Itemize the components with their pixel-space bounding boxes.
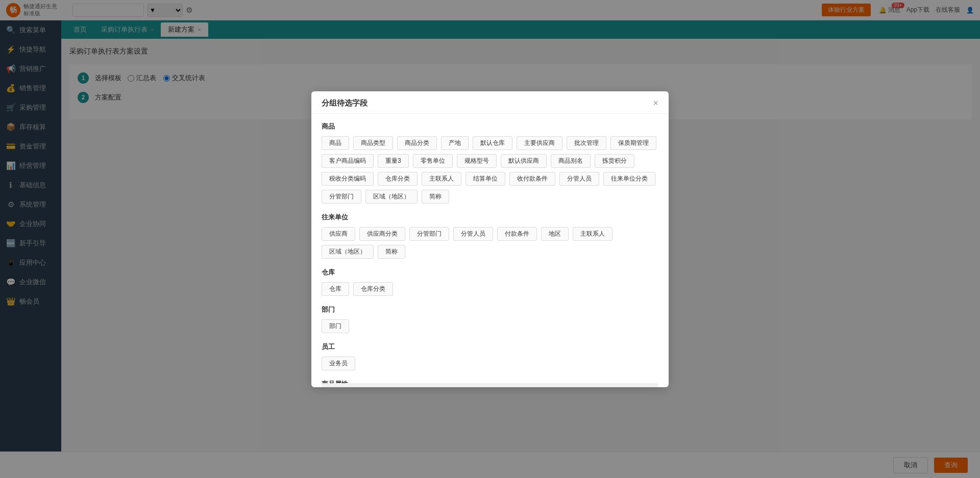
field-tag[interactable]: 简称: [378, 245, 405, 259]
field-group-product-attr: 商品属性 属性 颜色 多规格 尺码 鞋码 1: [322, 380, 658, 383]
field-group-goods: 商品 商品 商品类型 商品分类 产地 默认仓库 主要供应商 批次管理 保质期管理…: [322, 122, 658, 204]
field-tag[interactable]: 结算单位: [465, 172, 505, 186]
field-tag[interactable]: 付款条件: [497, 227, 537, 241]
field-tag[interactable]: 默认供应商: [501, 154, 547, 168]
field-tag[interactable]: 税收分类编码: [322, 172, 374, 186]
field-group-dept: 部门 部门: [322, 305, 658, 333]
field-select-dialog: 分组待选字段 × 商品 商品 商品类型 商品分类 产地 默认仓库 主要供应商 批…: [311, 91, 669, 387]
field-tags-goods: 商品 商品类型 商品分类 产地 默认仓库 主要供应商 批次管理 保质期管理 客户…: [322, 136, 658, 204]
field-group-partner-title: 往来单位: [322, 213, 658, 222]
field-tag[interactable]: 规格型号: [457, 154, 497, 168]
field-tag[interactable]: 区域（地区）: [322, 245, 374, 259]
field-tag[interactable]: 主要供应商: [517, 136, 562, 150]
field-tag[interactable]: 保质期管理: [610, 136, 656, 150]
field-group-employee: 员工 业务员: [322, 342, 658, 370]
dialog-close-icon[interactable]: ×: [653, 98, 658, 108]
field-tag[interactable]: 拣货积分: [595, 154, 634, 168]
modal-overlay: 分组待选字段 × 商品 商品 商品类型 商品分类 产地 默认仓库 主要供应商 批…: [0, 0, 980, 478]
field-group-partner: 往来单位 供应商 供应商分类 分管部门 分管人员 付款条件 地区 主联系人 区域…: [322, 213, 658, 259]
field-group-product-attr-title: 商品属性: [322, 380, 658, 383]
field-tag[interactable]: 重量3: [378, 154, 409, 168]
field-tags-employee: 业务员: [322, 357, 658, 370]
field-tag[interactable]: 主联系人: [422, 172, 461, 186]
field-tag[interactable]: 默认仓库: [473, 136, 512, 150]
field-tag[interactable]: 供应商: [322, 227, 355, 241]
field-group-warehouse: 仓库 仓库 仓库分类: [322, 268, 658, 296]
field-tag[interactable]: 区域（地区）: [365, 190, 418, 204]
field-tag[interactable]: 商品: [322, 136, 349, 150]
field-tag[interactable]: 仓库分类: [378, 172, 418, 186]
field-tag[interactable]: 收付款条件: [509, 172, 555, 186]
field-tag[interactable]: 零售单位: [413, 154, 453, 168]
field-group-employee-title: 员工: [322, 342, 658, 351]
field-tag[interactable]: 商品类型: [353, 136, 393, 150]
field-tag[interactable]: 仓库分类: [353, 282, 393, 296]
field-tag[interactable]: 商品别名: [551, 154, 591, 168]
field-tag[interactable]: 分管部门: [409, 227, 449, 241]
field-group-warehouse-title: 仓库: [322, 268, 658, 277]
field-tags-warehouse: 仓库 仓库分类: [322, 282, 658, 296]
dialog-title: 分组待选字段: [322, 98, 368, 108]
field-tag[interactable]: 批次管理: [567, 136, 606, 150]
field-tag[interactable]: 地区: [541, 227, 569, 241]
dialog-header: 分组待选字段 ×: [311, 91, 669, 114]
field-tag[interactable]: 分管人员: [453, 227, 493, 241]
field-tag[interactable]: 部门: [322, 319, 349, 333]
field-tag[interactable]: 产地: [441, 136, 469, 150]
field-tag[interactable]: 商品分类: [397, 136, 437, 150]
field-tag[interactable]: 供应商分类: [359, 227, 405, 241]
field-tag[interactable]: 分管部门: [322, 190, 361, 204]
field-group-dept-title: 部门: [322, 305, 658, 314]
field-tag[interactable]: 主联系人: [573, 227, 612, 241]
field-tags-dept: 部门: [322, 319, 658, 333]
field-tag[interactable]: 客户商品编码: [322, 154, 374, 168]
dialog-horizontal-scrollbar[interactable]: [322, 383, 658, 387]
field-tag[interactable]: 往来单位分类: [603, 172, 655, 186]
dialog-body: 商品 商品 商品类型 商品分类 产地 默认仓库 主要供应商 批次管理 保质期管理…: [311, 114, 669, 383]
field-tag[interactable]: 业务员: [322, 357, 355, 370]
field-tags-partner: 供应商 供应商分类 分管部门 分管人员 付款条件 地区 主联系人 区域（地区） …: [322, 227, 658, 259]
field-tag[interactable]: 分管人员: [559, 172, 599, 186]
field-tag[interactable]: 仓库: [322, 282, 349, 296]
field-group-goods-title: 商品: [322, 122, 658, 131]
field-tag[interactable]: 简称: [422, 190, 449, 204]
